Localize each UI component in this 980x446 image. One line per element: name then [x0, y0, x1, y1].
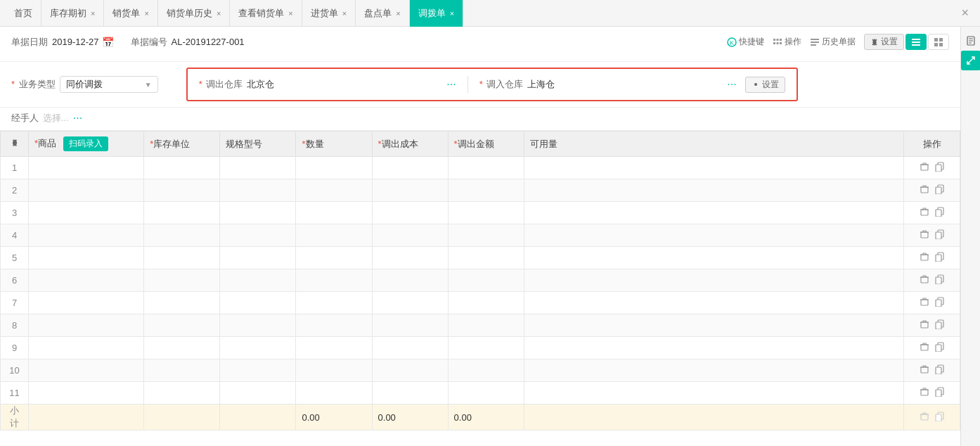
tab-sales-history[interactable]: 销货单历史 × [158, 0, 230, 27]
cell-qty[interactable] [296, 382, 372, 404]
out-warehouse-more-btn[interactable]: ··· [446, 78, 456, 91]
cell-spec[interactable] [220, 269, 296, 292]
cell-unit[interactable] [144, 314, 220, 337]
cell-available[interactable] [524, 292, 903, 314]
cell-qty[interactable] [296, 269, 372, 292]
cell-qty[interactable] [296, 314, 372, 337]
cell-amount[interactable] [448, 269, 524, 292]
cell-spec[interactable] [220, 157, 296, 179]
operation-btn[interactable]: 操作 [773, 36, 801, 48]
calendar-icon[interactable]: 📅 [102, 37, 114, 48]
handler-more-btn[interactable]: ··· [73, 112, 82, 125]
cell-available[interactable] [524, 157, 903, 179]
close-inventory-init[interactable]: × [91, 9, 95, 18]
cell-amount[interactable] [448, 292, 524, 314]
close-sales-history[interactable]: × [217, 9, 221, 18]
cell-product[interactable] [29, 157, 144, 179]
delete-row-icon[interactable] [920, 297, 929, 309]
copy-row-icon[interactable] [935, 297, 945, 309]
close-purchase-order[interactable]: × [342, 9, 347, 18]
delete-row-icon[interactable] [920, 364, 929, 376]
cell-unit[interactable] [144, 382, 220, 404]
cell-qty[interactable] [296, 359, 372, 382]
delete-row-icon[interactable] [920, 229, 929, 241]
subtotal-delete-icon[interactable] [920, 412, 929, 423]
th-gear[interactable] [1, 132, 29, 157]
cell-amount[interactable] [448, 224, 524, 247]
cell-amount[interactable] [448, 247, 524, 269]
cell-spec[interactable] [220, 202, 296, 224]
copy-row-icon[interactable] [935, 342, 945, 354]
cell-unit[interactable] [144, 157, 220, 179]
copy-row-icon[interactable] [935, 229, 945, 241]
biz-type-select[interactable]: 同价调拨 ▼ [60, 76, 158, 93]
tab-sales-order[interactable]: 销货单 × [104, 0, 157, 27]
close-inventory-check[interactable]: × [396, 9, 400, 18]
out-warehouse-value[interactable]: 北京仓 [247, 78, 441, 91]
warehouse-settings-button[interactable]: 设置 [745, 77, 785, 93]
cell-spec[interactable] [220, 179, 296, 202]
copy-row-icon[interactable] [935, 274, 945, 286]
cell-qty[interactable] [296, 224, 372, 247]
settings-button[interactable]: 设置 [864, 34, 904, 50]
cell-cost[interactable] [372, 247, 448, 269]
cell-cost[interactable] [372, 337, 448, 359]
cell-available[interactable] [524, 314, 903, 337]
cell-unit[interactable] [144, 247, 220, 269]
cell-unit[interactable] [144, 292, 220, 314]
cell-spec[interactable] [220, 314, 296, 337]
copy-row-icon[interactable] [935, 207, 945, 219]
cell-product[interactable] [29, 382, 144, 404]
cell-available[interactable] [524, 179, 903, 202]
copy-row-icon[interactable] [935, 387, 945, 399]
cell-available[interactable] [524, 269, 903, 292]
in-warehouse-value[interactable]: 上海仓 [527, 78, 721, 91]
sidebar-doc-icon[interactable] [962, 32, 979, 49]
cell-product[interactable] [29, 247, 144, 269]
tab-transfer-order[interactable]: 调拨单 × [410, 0, 463, 27]
history-btn[interactable]: 历史单据 [810, 36, 856, 48]
tab-inventory-check[interactable]: 盘点单 × [356, 0, 409, 27]
cell-unit[interactable] [144, 269, 220, 292]
close-transfer-order[interactable]: × [450, 9, 454, 18]
shortcut-btn[interactable]: K 快捷键 [727, 36, 764, 48]
cell-available[interactable] [524, 202, 903, 224]
cell-product[interactable] [29, 224, 144, 247]
cell-amount[interactable] [448, 179, 524, 202]
cell-cost[interactable] [372, 359, 448, 382]
cell-spec[interactable] [220, 359, 296, 382]
copy-row-icon[interactable] [935, 252, 945, 264]
copy-row-icon[interactable] [935, 162, 945, 174]
delete-row-icon[interactable] [920, 387, 929, 399]
handler-placeholder[interactable]: 选择... [43, 112, 69, 125]
cell-unit[interactable] [144, 224, 220, 247]
sidebar-expand-icon[interactable] [961, 51, 981, 70]
cell-spec[interactable] [220, 382, 296, 404]
cell-amount[interactable] [448, 337, 524, 359]
cell-qty[interactable] [296, 157, 372, 179]
cell-qty[interactable] [296, 292, 372, 314]
cell-qty[interactable] [296, 337, 372, 359]
tab-inventory-init[interactable]: 库存期初 × [41, 0, 104, 27]
in-warehouse-more-btn[interactable]: ··· [727, 78, 736, 91]
delete-row-icon[interactable] [920, 162, 929, 174]
cell-qty[interactable] [296, 202, 372, 224]
close-all-tabs[interactable]: × [955, 6, 974, 20]
date-value[interactable]: 2019-12-27 [52, 37, 99, 47]
cell-amount[interactable] [448, 382, 524, 404]
cell-cost[interactable] [372, 382, 448, 404]
cell-cost[interactable] [372, 157, 448, 179]
cell-available[interactable] [524, 382, 903, 404]
close-sales-order[interactable]: × [144, 9, 148, 18]
cell-unit[interactable] [144, 359, 220, 382]
tab-home[interactable]: 首页 [6, 0, 41, 27]
cell-cost[interactable] [372, 224, 448, 247]
subtotal-copy-icon[interactable] [935, 412, 945, 423]
copy-row-icon[interactable] [935, 184, 945, 196]
tab-purchase-order[interactable]: 进货单 × [302, 0, 356, 27]
cell-amount[interactable] [448, 314, 524, 337]
cell-cost[interactable] [372, 269, 448, 292]
delete-row-icon[interactable] [920, 207, 929, 219]
cell-amount[interactable] [448, 157, 524, 179]
cell-qty[interactable] [296, 179, 372, 202]
